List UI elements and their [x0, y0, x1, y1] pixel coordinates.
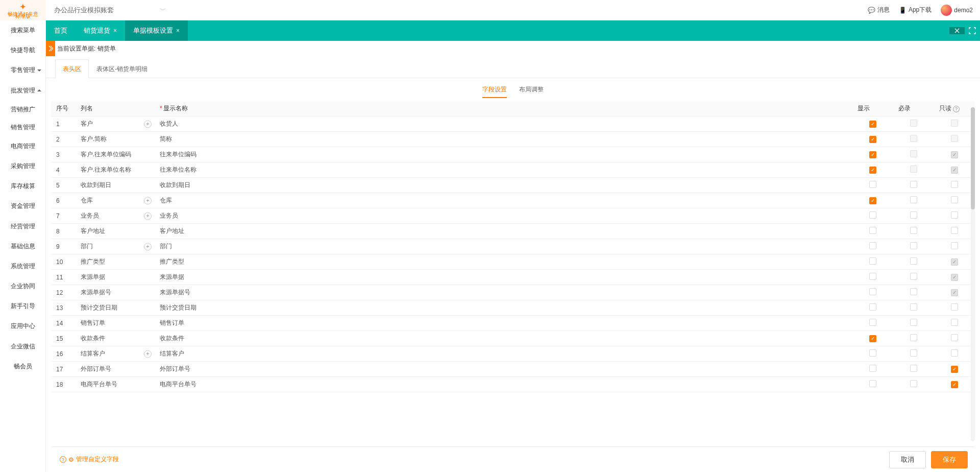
checkbox-show[interactable] — [869, 273, 876, 280]
checkbox-show[interactable] — [869, 211, 876, 219]
add-icon[interactable]: + — [144, 197, 152, 204]
cell-display-name[interactable]: 客户地址 — [155, 224, 852, 239]
checkbox-show[interactable] — [869, 227, 876, 234]
checkbox-required[interactable] — [910, 227, 917, 234]
checkbox-readonly[interactable] — [951, 334, 958, 341]
cell-display-name[interactable]: 收款到期日 — [155, 178, 852, 193]
manage-custom-fields-link[interactable]: ? ⚙ 管理自定义字段 — [58, 455, 119, 464]
checkbox-required[interactable] — [910, 303, 917, 311]
checkbox-show[interactable] — [869, 181, 876, 188]
cell-display-name[interactable]: 电商平台单号 — [155, 377, 852, 392]
checkbox-required[interactable] — [910, 273, 917, 280]
checkbox-readonly[interactable] — [951, 196, 958, 203]
sidebar-item[interactable]: 零售管理 — [0, 60, 45, 80]
vertical-scrollbar-thumb[interactable] — [971, 107, 975, 209]
user-menu[interactable]: demo2 — [941, 5, 973, 16]
checkbox-show[interactable] — [869, 349, 876, 357]
cell-display-name[interactable]: 来源单据 — [155, 270, 852, 285]
checkbox-show[interactable] — [869, 121, 876, 128]
cell-display-name[interactable]: 仓库 — [155, 193, 852, 208]
section-tab[interactable]: 表体区-销货单明细 — [89, 59, 155, 78]
add-icon[interactable]: + — [144, 243, 152, 250]
cell-display-name[interactable]: 结算客户 — [155, 346, 852, 362]
checkbox-show[interactable] — [869, 242, 876, 249]
checkbox-readonly[interactable] — [951, 381, 958, 388]
sidebar-item[interactable]: 基础信息 — [0, 237, 45, 256]
fullscreen-button[interactable] — [965, 27, 980, 34]
messages-link[interactable]: 💬 消息 — [868, 6, 890, 14]
close-all-tabs-button[interactable] — [949, 27, 965, 34]
close-icon[interactable]: × — [176, 27, 180, 34]
cell-display-name[interactable]: 推广类型 — [155, 254, 852, 270]
section-tab[interactable]: 表头区 — [55, 59, 89, 78]
sub-link[interactable]: 字段设置 — [482, 85, 507, 98]
sidebar-item[interactable]: 企业微信 — [0, 337, 45, 357]
checkbox-readonly[interactable] — [951, 211, 958, 219]
app-download-link[interactable]: 📱 App下载 — [899, 6, 932, 14]
checkbox-required[interactable] — [910, 196, 917, 203]
checkbox-required[interactable] — [910, 365, 917, 372]
checkbox-show[interactable] — [869, 365, 876, 372]
checkbox-required[interactable] — [910, 380, 917, 387]
checkbox-show[interactable] — [869, 257, 876, 265]
checkbox-readonly[interactable] — [951, 242, 958, 249]
sidebar-item[interactable]: 系统管理 — [0, 256, 45, 276]
cell-display-name[interactable]: 往来单位名称 — [155, 162, 852, 178]
checkbox-required[interactable] — [910, 334, 917, 341]
sidebar-item[interactable]: 资金管理 — [0, 196, 45, 216]
sidebar-item[interactable]: 批发管理 — [0, 81, 45, 101]
checkbox-show[interactable] — [869, 380, 876, 387]
sidebar-sub-item[interactable]: 销售管理 — [0, 119, 45, 136]
sidebar-item[interactable]: 新手引导 — [0, 296, 45, 316]
checkbox-readonly[interactable] — [951, 349, 958, 357]
checkbox-show[interactable] — [869, 288, 876, 295]
company-selector[interactable]: 办公品行业模拟账套 ﹀ — [54, 6, 868, 15]
checkbox-readonly[interactable] — [951, 303, 958, 311]
checkbox-show[interactable] — [869, 136, 876, 143]
checkbox-show[interactable] — [869, 167, 876, 174]
checkbox-show[interactable] — [869, 303, 876, 311]
cell-display-name[interactable]: 来源单据号 — [155, 285, 852, 300]
checkbox-readonly[interactable] — [951, 366, 958, 373]
add-icon[interactable]: + — [144, 212, 152, 220]
checkbox-required[interactable] — [910, 349, 917, 357]
sidebar-item[interactable]: 企业协同 — [0, 276, 45, 296]
sidebar-item[interactable]: 电商管理 — [0, 136, 45, 156]
sub-link[interactable]: 布局调整 — [519, 85, 544, 98]
checkbox-show[interactable] — [869, 197, 876, 204]
tab[interactable]: 销货退货× — [76, 20, 125, 41]
checkbox-show[interactable] — [869, 319, 876, 326]
tab[interactable]: 单据模板设置× — [125, 20, 188, 41]
add-icon[interactable]: + — [144, 120, 152, 128]
sidebar-sub-item[interactable]: 营销推广 — [0, 101, 45, 119]
sidebar-item[interactable]: 采购管理 — [0, 156, 45, 176]
cell-display-name[interactable]: 收货人 — [155, 116, 852, 132]
sidebar-item[interactable]: 快捷导航 — [0, 40, 45, 60]
checkbox-readonly[interactable] — [951, 181, 958, 188]
cell-display-name[interactable]: 简称 — [155, 132, 852, 147]
sidebar-item[interactable]: 库存核算 — [0, 176, 45, 196]
help-icon[interactable]: ? — [953, 106, 960, 112]
cell-display-name[interactable]: 预计交货日期 — [155, 300, 852, 316]
checkbox-readonly[interactable] — [951, 227, 958, 234]
checkbox-required[interactable] — [910, 242, 917, 249]
sidebar-item[interactable]: 应用中心 — [0, 316, 45, 336]
save-button[interactable]: 保存 — [931, 451, 968, 468]
cell-display-name[interactable]: 销售订单 — [155, 316, 852, 331]
cell-display-name[interactable]: 往来单位编码 — [155, 147, 852, 162]
cancel-button[interactable]: 取消 — [889, 451, 926, 468]
checkbox-required[interactable] — [910, 257, 917, 265]
checkbox-show[interactable] — [869, 151, 876, 158]
checkbox-show[interactable] — [869, 335, 876, 342]
cell-display-name[interactable]: 业务员 — [155, 208, 852, 224]
cell-display-name[interactable]: 部门 — [155, 239, 852, 254]
checkbox-required[interactable] — [910, 181, 917, 188]
add-icon[interactable]: + — [144, 350, 152, 358]
sidebar-item[interactable]: 搜索菜单 — [0, 20, 45, 40]
checkbox-required[interactable] — [910, 211, 917, 219]
sidebar-item[interactable]: 经营管理 — [0, 217, 45, 237]
checkbox-required[interactable] — [910, 288, 917, 295]
cell-display-name[interactable]: 收款条件 — [155, 331, 852, 346]
checkbox-required[interactable] — [910, 319, 917, 326]
expand-panel-button[interactable] — [46, 41, 55, 56]
